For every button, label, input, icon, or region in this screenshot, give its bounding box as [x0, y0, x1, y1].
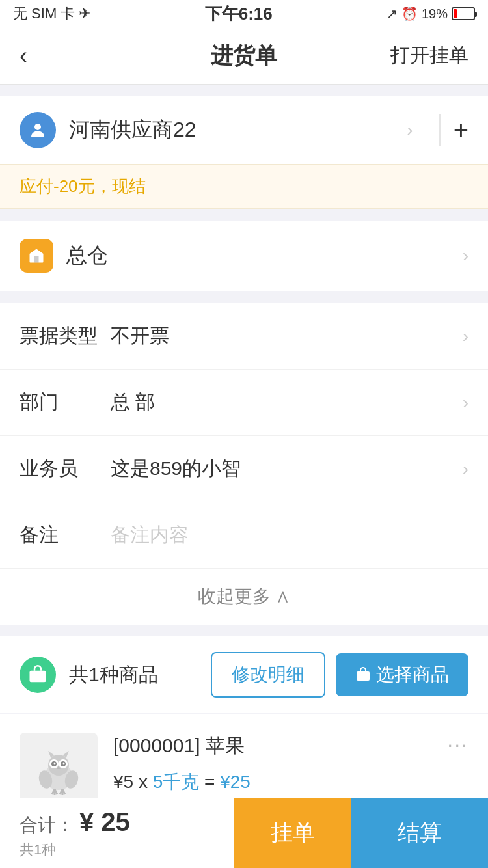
divider-4	[0, 625, 488, 636]
hang-order-button[interactable]: 挂单	[234, 798, 351, 868]
footer-total: 合计： ¥ 25 共1种	[0, 798, 234, 868]
collapse-label: 收起更多 ∧	[198, 584, 291, 609]
quantity: 5千克	[153, 772, 200, 792]
department-arrow-icon: ›	[463, 392, 468, 413]
checkout-button[interactable]: 结算	[351, 798, 488, 868]
product-count: 共1种商品	[69, 662, 211, 688]
select-product-button[interactable]: 选择商品	[336, 653, 468, 696]
product-info: [0000001] 苹果 ¥5 x 5千克 = ¥25	[113, 733, 447, 794]
svg-rect-1	[34, 256, 39, 263]
checkout-label: 结算	[398, 818, 442, 848]
product-icon-wrap	[20, 657, 56, 693]
remark-row[interactable]: 备注 备注内容	[0, 502, 488, 568]
supplier-name: 河南供应商22	[69, 116, 407, 144]
remark-input[interactable]: 备注内容	[111, 522, 468, 549]
item-total: ¥25	[220, 772, 251, 792]
warehouse-arrow-icon: ›	[463, 245, 468, 266]
warehouse-section: 总仓 ›	[0, 221, 488, 291]
supplier-row[interactable]: 河南供应商22 › +	[0, 96, 488, 164]
product-header: 共1种商品 修改明细 选择商品	[0, 636, 488, 713]
footer: 合计： ¥ 25 共1种 挂单 结算	[0, 798, 488, 868]
status-left: 无 SIM 卡 ✈	[13, 4, 90, 23]
invoice-type-arrow-icon: ›	[463, 326, 468, 347]
select-product-label: 选择商品	[376, 662, 449, 687]
department-value: 总 部	[111, 389, 463, 416]
invoice-type-value: 不开票	[111, 323, 463, 349]
invoice-type-row[interactable]: 票据类型 不开票 ›	[0, 303, 488, 369]
status-bar: 无 SIM 卡 ✈ 下午6:16 ↗ ⏰ 19%	[0, 0, 488, 27]
warehouse-icon	[20, 239, 53, 273]
warehouse-name: 总仓	[66, 241, 463, 270]
total-amount: ¥ 25	[79, 807, 130, 837]
edit-detail-button[interactable]: 修改明细	[211, 652, 325, 698]
divider-2	[0, 209, 488, 221]
remark-label: 备注	[20, 522, 98, 549]
owl-logo-icon	[33, 746, 85, 798]
alarm-icon: ⏰	[401, 6, 418, 21]
nav-bar: ‹ 进货单 打开挂单	[0, 27, 488, 85]
payment-notice: 应付-20元，现结	[0, 164, 488, 209]
department-row[interactable]: 部门 总 部 ›	[0, 369, 488, 435]
svg-point-3	[34, 675, 36, 678]
warehouse-row[interactable]: 总仓 ›	[0, 221, 488, 291]
supplier-arrow-icon: ›	[407, 120, 413, 141]
unit-price: ¥5	[113, 772, 133, 792]
salesperson-label: 业务员	[20, 455, 98, 482]
hang-order-label: 挂单	[271, 818, 315, 848]
sim-status: 无 SIM 卡 ✈	[13, 4, 90, 23]
battery-icon	[452, 7, 475, 20]
back-button[interactable]: ‹	[20, 42, 27, 70]
status-right: ↗ ⏰ 19%	[386, 6, 475, 21]
status-time: 下午6:16	[205, 3, 273, 25]
select-product-icon	[355, 667, 371, 683]
invoice-type-label: 票据类型	[20, 323, 98, 349]
supplier-avatar	[20, 112, 56, 148]
multiply-sign: x	[139, 772, 153, 792]
supplier-add-button[interactable]: +	[454, 116, 468, 145]
salesperson-arrow-icon: ›	[463, 459, 468, 480]
divider-3	[0, 291, 488, 303]
location-icon: ↗	[386, 6, 398, 21]
svg-point-13	[54, 763, 56, 765]
total-sub: 共1种	[20, 840, 215, 860]
salesperson-row[interactable]: 业务员 这是859的小智 ›	[0, 435, 488, 502]
total-label: 合计：	[20, 813, 74, 837]
supplier-section: 河南供应商22 › + 应付-20元，现结	[0, 96, 488, 209]
open-hang-button[interactable]: 打开挂单	[390, 42, 468, 69]
form-section: 票据类型 不开票 › 部门 总 部 › 业务员 这是859的小智 › 备注 备注…	[0, 303, 488, 625]
battery-level: 19%	[422, 7, 448, 21]
svg-point-0	[34, 124, 41, 130]
product-price-row: ¥5 x 5千克 = ¥25	[113, 770, 447, 794]
divider-1	[0, 85, 488, 96]
svg-rect-2	[30, 671, 46, 683]
salesperson-value: 这是859的小智	[111, 455, 463, 482]
product-name: [0000001] 苹果	[113, 733, 447, 759]
equals-sign: =	[204, 772, 220, 792]
collapse-button[interactable]: 收起更多 ∧	[0, 568, 488, 625]
svg-point-14	[63, 763, 65, 765]
department-label: 部门	[20, 389, 98, 416]
product-more-button[interactable]: ···	[447, 733, 468, 757]
supplier-divider	[439, 114, 441, 146]
page-title: 进货单	[211, 41, 277, 71]
